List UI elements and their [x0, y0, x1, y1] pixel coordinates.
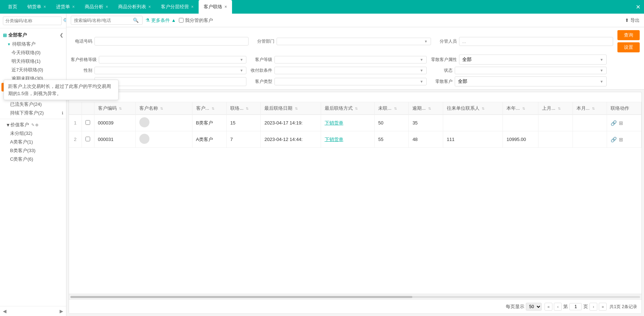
- row-2-checkbox[interactable]: [82, 131, 94, 148]
- sidebar-item-7days[interactable]: 近7天待联络(0): [1, 66, 66, 74]
- row-1-check[interactable]: [85, 120, 90, 125]
- horizontal-scrollbar[interactable]: [69, 294, 641, 300]
- nav-item-customer-contact[interactable]: 客户联络 ×: [199, 0, 232, 14]
- col-uncontacted[interactable]: 未联... ⇅: [375, 102, 409, 115]
- col-this-year[interactable]: 本年... ⇅: [503, 102, 538, 115]
- row-1-contact-count: 15: [226, 115, 260, 131]
- edit-icon[interactable]: ✎: [31, 123, 34, 127]
- close-customer-contact-tab[interactable]: ×: [224, 4, 227, 9]
- retail-customer-select[interactable]: 全部 ▼: [455, 76, 607, 86]
- row-1-checkbox[interactable]: [82, 115, 94, 131]
- customer-type-select[interactable]: ▼: [274, 78, 426, 85]
- row-2-link-icon[interactable]: 🔗: [611, 137, 617, 142]
- prev-page-button[interactable]: ‹: [554, 303, 562, 311]
- col-code[interactable]: 客户编码 ⇅: [94, 102, 135, 115]
- sidebar-item-tomorrow[interactable]: 明天待联络(1): [1, 57, 66, 66]
- sidebar-item-continuous-down[interactable]: 持续下滑客户(2) ℹ: [0, 109, 66, 117]
- filter-bar: 🔍 ⚗ 更多条件 ▲ 我分管的客户 ⬆ 导出: [66, 14, 644, 27]
- total-records-label: 共1页 2条记录: [610, 304, 637, 310]
- scroll-thumb[interactable]: [70, 296, 412, 298]
- sidebar-search-icon[interactable]: 🔍: [63, 18, 66, 24]
- col-contact[interactable]: 联络... ⇅: [226, 102, 260, 115]
- col-last-month[interactable]: 上月... ⇅: [538, 102, 573, 115]
- close-purchase-tab[interactable]: ×: [72, 4, 75, 9]
- sort-this-month-icon: ⇅: [592, 107, 595, 110]
- first-page-button[interactable]: «: [545, 303, 552, 311]
- dept-select[interactable]: ▼: [277, 38, 431, 45]
- sidebar-item-already-lost[interactable]: 已流失客户(24): [0, 100, 66, 109]
- col-name[interactable]: 客户名称 ⇅: [135, 102, 192, 115]
- close-product-analysis-tab[interactable]: ×: [106, 4, 108, 9]
- row-1-avatar: [139, 117, 149, 127]
- sidebar-item-c-class[interactable]: C类客户(6): [0, 155, 66, 164]
- payment-select[interactable]: ▼: [274, 67, 426, 74]
- close-sales-tab[interactable]: ×: [43, 4, 46, 9]
- table-header-row: 客户编码 ⇅ 客户名称 ⇅ 客户... ⇅: [69, 102, 641, 115]
- row-2-last-method[interactable]: 下销货单: [321, 131, 374, 148]
- row-1-grid-icon[interactable]: ⊞: [619, 120, 623, 126]
- status-select[interactable]: ▼: [455, 67, 607, 74]
- sidebar-left-arrow[interactable]: ◀: [3, 308, 6, 314]
- close-customer-segment-tab[interactable]: ×: [191, 4, 194, 9]
- sidebar-pending-group: ▼ 待联络客户 今天待联络(0) 明天待联络(1) 近7天待联络(0) 逾期未联…: [0, 40, 66, 83]
- phone-input[interactable]: [94, 37, 249, 46]
- table-row: 1 000039 B类客户 15 2023-04-17 14:19: 下销货单 …: [69, 115, 641, 131]
- row-2-check[interactable]: [85, 137, 90, 141]
- sidebar-pending-title[interactable]: ▼ 待联络客户: [1, 40, 66, 48]
- more-filters-button[interactable]: ⚗ 更多条件 ▲: [145, 17, 176, 24]
- nav-item-sales[interactable]: 销货单 ×: [22, 0, 51, 14]
- close-window-button[interactable]: ✕: [636, 4, 640, 10]
- export-button[interactable]: ⬆ 导出: [625, 17, 640, 24]
- row-2-grid-icon[interactable]: ⊞: [619, 137, 623, 142]
- customer-level-select[interactable]: ▼: [274, 56, 426, 63]
- col-this-month[interactable]: 本月... ⇅: [573, 102, 607, 115]
- sort-code-icon: ⇅: [119, 107, 122, 110]
- row-1-link-icon[interactable]: 🔗: [611, 120, 617, 126]
- col-last-method[interactable]: 最后联络方式 ⇅: [321, 102, 374, 115]
- nav-item-product-analysis[interactable]: 商品分析 ×: [80, 0, 113, 14]
- sidebar-value-group[interactable]: ▼ 价值客户 ✎ ⊕: [0, 121, 66, 129]
- nav-item-product-list[interactable]: 商品分析列表 ×: [113, 0, 156, 14]
- sort-uncontacted-icon: ⇅: [394, 107, 397, 110]
- col-level[interactable]: 客户... ⇅: [192, 102, 226, 115]
- row-1-name[interactable]: [135, 115, 192, 131]
- col-last-date[interactable]: 最后联络日期 ⇅: [261, 102, 321, 115]
- query-button[interactable]: 查询: [617, 30, 640, 40]
- col-contact-person[interactable]: 往来单位联系人 ⇅: [443, 102, 503, 115]
- row-1-last-method[interactable]: 下销货单: [321, 115, 374, 131]
- sidebar-all-customers[interactable]: ⊞ 全部客户 ❮: [0, 30, 66, 40]
- gender-select[interactable]: ▼: [94, 67, 246, 74]
- sidebar-item-b-class[interactable]: B类客户(33): [0, 146, 66, 155]
- info-icon-down: ℹ: [62, 111, 63, 115]
- row-2-this-month: [573, 131, 607, 148]
- my-customers-check[interactable]: [179, 18, 184, 23]
- nav-item-customer-segment[interactable]: 客户分层经营 ×: [156, 0, 199, 14]
- nav-item-purchase[interactable]: 进货单 ×: [51, 0, 80, 14]
- sidebar-item-ungroup[interactable]: 未分组(32): [0, 129, 66, 138]
- retail-attr-select[interactable]: 全部 ▼: [459, 55, 607, 65]
- add-icon[interactable]: ⊕: [35, 123, 38, 127]
- filter-icon: ⚗: [145, 18, 150, 23]
- sidebar-search-input[interactable]: [3, 16, 62, 25]
- sidebar-item-today[interactable]: 今天待联络(0): [1, 48, 66, 57]
- person-input[interactable]: ...: [459, 37, 613, 46]
- sidebar-item-a-class[interactable]: A类客户(1): [0, 138, 66, 146]
- sidebar-collapse-icon[interactable]: ❮: [60, 33, 63, 38]
- sidebar-right-arrow[interactable]: ▶: [60, 308, 63, 314]
- row-2-name[interactable]: [135, 131, 192, 148]
- col-overdue[interactable]: 逾期... ⇅: [409, 102, 443, 115]
- close-product-list-tab[interactable]: ×: [148, 4, 151, 9]
- search-input[interactable]: [74, 18, 131, 23]
- next-page-button[interactable]: ›: [589, 303, 597, 311]
- page-input[interactable]: [569, 303, 582, 310]
- arrow-value-icon: ▼: [6, 122, 10, 128]
- price-level-select[interactable]: ▼: [99, 56, 246, 63]
- scroll-track[interactable]: [70, 296, 640, 298]
- settings-button[interactable]: 设置: [617, 42, 640, 52]
- table-scroll[interactable]: 客户编码 ⇅ 客户名称 ⇅ 客户... ⇅: [69, 102, 641, 294]
- search-icon[interactable]: 🔍: [133, 18, 139, 23]
- last-page-button[interactable]: »: [599, 303, 607, 311]
- nav-item-home[interactable]: 首页: [3, 0, 22, 14]
- per-page-select[interactable]: 50: [526, 303, 542, 311]
- my-customers-checkbox[interactable]: 我分管的客户: [179, 17, 213, 24]
